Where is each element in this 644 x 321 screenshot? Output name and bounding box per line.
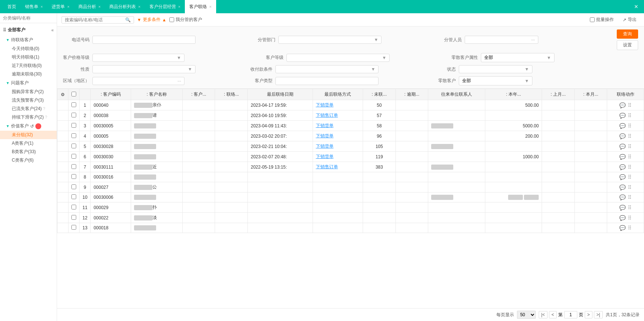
close-contact-icon[interactable]: × — [209, 4, 211, 9]
row-checkbox[interactable] — [71, 133, 76, 138]
ctype-input[interactable] — [275, 77, 379, 85]
grid-action-icon[interactable]: ⠿ — [628, 144, 631, 149]
sidebar-item-churned[interactable]: 已流失客户(24) ? — [0, 105, 57, 113]
search-input[interactable] — [65, 17, 124, 22]
col-code[interactable]: : 客户编码 — [91, 89, 131, 100]
row-checkbox[interactable] — [71, 154, 76, 159]
sidebar-item-tomorrow[interactable]: 明天待联络(1) — [0, 53, 57, 61]
export-button[interactable]: ↗ 导出 — [620, 15, 640, 24]
retail-select[interactable]: 全部 ▼ — [459, 76, 532, 85]
col-checkbox-header[interactable] — [68, 89, 80, 100]
grid-action-icon[interactable]: ⠿ — [628, 215, 631, 221]
my-customers-checkbox[interactable]: 我分管的客户 — [169, 17, 202, 23]
chat-icon[interactable]: 💬 — [619, 113, 626, 119]
row-checkbox[interactable] — [71, 194, 76, 199]
prev-page-button[interactable]: < — [549, 311, 557, 318]
contact-method-link[interactable]: 下销售订单 — [316, 164, 338, 169]
sidebar-item-today[interactable]: 今天待联络(0) — [0, 45, 57, 53]
cell-checkbox[interactable] — [68, 223, 80, 233]
col-settings[interactable]: ⚙ — [57, 89, 68, 100]
refresh-icon[interactable]: ↺ — [30, 124, 34, 129]
contact-method-link[interactable]: 下销货单 — [316, 102, 334, 107]
sidebar-item-a-class[interactable]: A类客户(1) — [0, 139, 57, 148]
next-page-button[interactable]: > — [585, 311, 592, 318]
cell-checkbox[interactable] — [68, 110, 80, 121]
contact-method-link[interactable]: 下销货单 — [316, 123, 334, 128]
row-checkbox[interactable] — [71, 184, 76, 189]
grid-action-icon[interactable]: ⠿ — [628, 184, 631, 190]
cell-checkbox[interactable] — [68, 172, 80, 182]
col-no-contact[interactable]: : 未联... — [363, 89, 396, 100]
page-number-input[interactable] — [564, 311, 577, 318]
sidebar-item-overdue-contact[interactable]: 逾期未联络(30) — [0, 70, 57, 78]
cell-checkbox[interactable] — [68, 213, 80, 223]
grid-action-icon[interactable]: ⠿ — [628, 164, 631, 170]
last-page-button[interactable]: >| — [594, 311, 603, 318]
sidebar-search-input[interactable] — [3, 15, 57, 21]
close-product-list-icon[interactable]: × — [138, 4, 140, 9]
select-all-checkbox[interactable] — [71, 92, 76, 96]
chat-icon[interactable]: 💬 — [619, 133, 626, 139]
grid-action-icon[interactable]: ⠿ — [628, 123, 631, 129]
col-last-month[interactable]: : 上月... — [542, 89, 575, 100]
cell-checkbox[interactable] — [68, 152, 80, 162]
batch-op-button[interactable]: 批量操作 — [587, 15, 617, 24]
grid-action-icon[interactable]: ⠿ — [628, 225, 631, 231]
chat-icon[interactable]: 💬 — [619, 123, 626, 129]
cell-checkbox[interactable] — [68, 141, 80, 152]
nav-product-analysis-list[interactable]: 商品分析列表 × — [105, 0, 145, 13]
price-level-select[interactable]: ▼ — [92, 54, 184, 62]
sidebar-group-problem[interactable]: ▼ 问题客户 — [0, 78, 57, 88]
grid-action-icon[interactable]: ⠿ — [628, 194, 631, 200]
contact-method-link[interactable]: 下销货单 — [316, 144, 334, 149]
sidebar-all-customers[interactable]: ⠿ 全部客户 « — [0, 25, 57, 35]
col-this-month[interactable]: : 本月... — [574, 89, 607, 100]
cell-checkbox[interactable] — [68, 131, 80, 141]
col-name[interactable]: : 客户名称 — [131, 89, 183, 100]
col-last-date[interactable]: 最后联络日期 — [247, 89, 313, 100]
chat-icon[interactable]: 💬 — [619, 215, 626, 221]
contact-method-link[interactable]: 下销售订单 — [316, 113, 338, 118]
query-button[interactable]: 查询 — [617, 29, 638, 39]
payment-select[interactable]: ▼ — [275, 65, 379, 73]
chat-icon[interactable]: 💬 — [619, 154, 626, 160]
nav-purchase[interactable]: 进货单 × — [47, 0, 74, 13]
sidebar-item-b-class[interactable]: B类客户(33) — [0, 148, 57, 156]
cell-checkbox[interactable] — [68, 121, 80, 131]
dept-select[interactable]: ▼ — [278, 36, 381, 44]
nav-customer-segment[interactable]: 客户分层经营 × — [145, 0, 185, 13]
person-input[interactable]: ··· — [465, 36, 538, 44]
region-select[interactable]: ··· — [92, 77, 184, 85]
close-purchase-icon[interactable]: × — [67, 4, 69, 9]
per-page-select[interactable]: 50 100 200 — [517, 311, 536, 319]
chat-icon[interactable]: 💬 — [619, 194, 626, 200]
close-sales-icon[interactable]: × — [41, 4, 43, 9]
nav-product-analysis[interactable]: 商品分析 × — [74, 0, 105, 13]
nature-select[interactable]: ▼ — [92, 65, 196, 73]
row-checkbox[interactable] — [71, 113, 76, 117]
sidebar-item-declining[interactable]: 持续下滑客户(2) ? — [0, 113, 57, 121]
sidebar-item-churn-warning[interactable]: 流失预警客户(3) — [0, 96, 57, 105]
col-unit-contact[interactable]: 往来单位联系人 — [428, 89, 485, 100]
sidebar-group-value[interactable]: ▼ 价值客户 ↺ — [0, 121, 57, 131]
chat-icon[interactable]: 💬 — [619, 205, 626, 211]
chat-icon[interactable]: 💬 — [619, 102, 626, 108]
grid-action-icon[interactable]: ⠿ — [628, 154, 631, 160]
grid-action-icon[interactable]: ⠿ — [628, 133, 631, 139]
window-close-button[interactable]: × — [631, 3, 641, 11]
nav-sales[interactable]: 销售单 × — [21, 0, 47, 13]
nav-customer-contact[interactable]: 客户联络 × — [185, 0, 216, 13]
search-icon[interactable]: 🔍 — [125, 17, 131, 22]
contact-method-link[interactable]: 下销货单 — [316, 154, 334, 159]
close-product-analysis-icon[interactable]: × — [98, 4, 101, 9]
row-checkbox[interactable] — [71, 102, 76, 107]
row-checkbox[interactable] — [71, 215, 76, 220]
reset-button[interactable]: 设置 — [617, 40, 638, 50]
cell-checkbox[interactable] — [68, 162, 80, 172]
cell-checkbox[interactable] — [68, 202, 80, 213]
chat-icon[interactable]: 💬 — [619, 174, 626, 180]
status-select[interactable]: ▼ — [459, 65, 532, 73]
customer-level-select[interactable]: ▼ — [286, 54, 390, 62]
col-type[interactable]: : 客户... — [182, 89, 215, 100]
row-checkbox[interactable] — [71, 225, 76, 230]
